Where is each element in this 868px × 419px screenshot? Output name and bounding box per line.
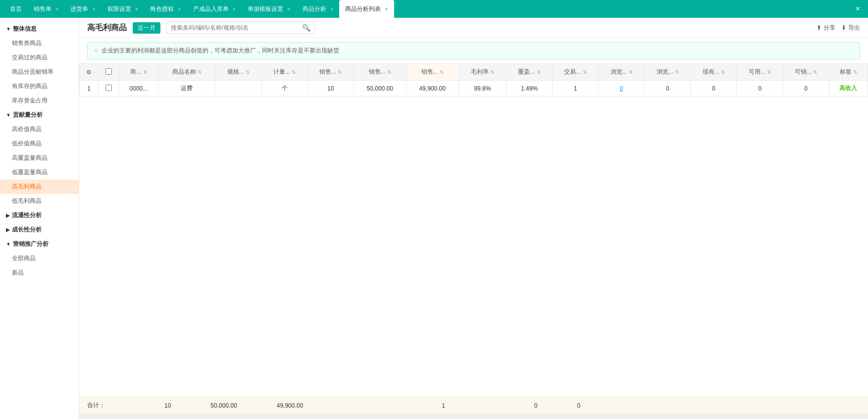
- chevron-down-icon: ▼: [6, 241, 11, 247]
- sidebar-group-contribution[interactable]: ▼ 贡献量分析: [0, 108, 79, 122]
- cell-available-stock: 0: [737, 81, 783, 96]
- row-checkbox[interactable]: [99, 81, 119, 96]
- chevron-down-icon: ▼: [6, 112, 11, 118]
- cell-saleable-stock: 0: [783, 81, 829, 96]
- close-icon[interactable]: ×: [92, 6, 95, 12]
- export-button[interactable]: ⬇ 导出: [841, 24, 860, 32]
- page-title: 高毛利商品: [87, 23, 127, 33]
- col-sku-code[interactable]: 商... ⇅: [119, 64, 158, 81]
- period-button[interactable]: 近一月: [133, 22, 160, 34]
- footer-available-stock: 0: [577, 402, 581, 409]
- sidebar-item-stocked-goods[interactable]: 有库存的商品: [0, 79, 79, 93]
- sort-icon: ⇅: [813, 69, 817, 75]
- close-icon[interactable]: ×: [233, 6, 236, 12]
- col-views1[interactable]: 浏览... ⇅: [599, 64, 645, 81]
- footer-transaction: 1: [442, 402, 445, 409]
- search-input[interactable]: [171, 24, 300, 31]
- nav-product-storage[interactable]: 产成品入库单 ×: [187, 0, 242, 18]
- col-saleable-stock[interactable]: 可销... ⇅: [783, 64, 829, 81]
- col-sales-profit[interactable]: 销售... ⇅: [406, 64, 459, 81]
- nav-permission-settings[interactable]: 权限设置 ×: [102, 0, 144, 18]
- settings-icon: ⚙: [86, 69, 92, 76]
- sort-icon: ⇅: [440, 69, 444, 75]
- horizontal-scrollbar[interactable]: [79, 414, 868, 419]
- row-num: 1: [80, 81, 99, 96]
- sidebar-group-growth[interactable]: ▶ 成长性分析: [0, 223, 79, 237]
- sort-icon: ⇅: [338, 69, 342, 75]
- cell-unit: 个: [261, 81, 307, 96]
- nav-purchase-order[interactable]: 进货单 ×: [64, 0, 101, 18]
- sort-icon: ⇅: [143, 69, 147, 75]
- sidebar-item-contribution-rate[interactable]: 商品分贡献销率: [0, 65, 79, 79]
- sidebar-group-liquidity[interactable]: ▶ 流通性分析: [0, 208, 79, 223]
- close-icon[interactable]: ×: [385, 6, 388, 12]
- sidebar-item-inventory-capital[interactable]: 库存资金占用: [0, 93, 79, 108]
- search-box[interactable]: 🔍: [166, 22, 315, 34]
- sort-icon: ⇅: [490, 69, 494, 75]
- col-unit[interactable]: 计量... ⇅: [261, 64, 307, 81]
- search-icon[interactable]: 🔍: [302, 24, 310, 32]
- sidebar-item-all-goods[interactable]: 全部商品: [0, 251, 79, 266]
- cell-sales-profit: 49,900.00: [406, 81, 459, 96]
- col-tag[interactable]: 标签 ⇅: [829, 64, 868, 81]
- sort-icon: ⇅: [387, 69, 391, 75]
- sidebar-item-high-margin[interactable]: 高毛利商品: [0, 180, 79, 194]
- col-views2[interactable]: 浏览... ⇅: [645, 64, 691, 81]
- nav-product-analysis-list[interactable]: 商品分析列表 ×: [339, 0, 394, 18]
- sidebar-item-traded-goods[interactable]: 交易过的商品: [0, 50, 79, 65]
- footer-label: 合计：: [87, 401, 105, 410]
- close-icon[interactable]: ×: [287, 6, 290, 12]
- cell-name: 运费: [158, 81, 215, 96]
- col-sales-qty[interactable]: 销售... ⇅: [307, 64, 354, 81]
- cell-views1[interactable]: 0: [599, 81, 645, 96]
- sidebar-group-overall[interactable]: ▼ 整体信息: [0, 22, 79, 36]
- sidebar-item-new-goods[interactable]: 新品: [0, 266, 79, 280]
- sort-icon: ⇅: [198, 69, 202, 75]
- nav-sales-order[interactable]: 销售单 ×: [28, 0, 64, 18]
- col-name[interactable]: 商品名称 ⇅: [158, 64, 215, 81]
- col-coverage[interactable]: 覆盖... ⇅: [506, 64, 552, 81]
- cell-spec: [215, 81, 261, 96]
- info-banner: ✧ 企业的主要的利润都是这部分商品创造的，可考虑加大推广，同时关注库存是不要出现…: [87, 42, 860, 59]
- close-icon[interactable]: ×: [330, 6, 333, 12]
- col-sales-amount[interactable]: 销售... ⇅: [354, 64, 406, 81]
- nav-role-auth[interactable]: 角色授权 ×: [144, 0, 187, 18]
- sidebar-group-marketing[interactable]: ▼ 营销推广分析: [0, 237, 79, 251]
- sidebar-item-high-coverage[interactable]: 高覆盖量商品: [0, 151, 79, 165]
- col-spec[interactable]: 规格... ⇅: [215, 64, 261, 81]
- share-button[interactable]: ⬆ 分享: [817, 24, 835, 32]
- row-select-checkbox[interactable]: [105, 85, 112, 91]
- close-icon[interactable]: ×: [135, 6, 138, 12]
- nav-template-settings[interactable]: 单据模板设置 ×: [242, 0, 296, 18]
- col-gross-margin[interactable]: 毛利率 ⇅: [459, 64, 506, 81]
- share-icon: ⬆: [817, 24, 821, 31]
- sort-icon: ⇅: [853, 69, 857, 75]
- sort-icon: ⇅: [292, 69, 296, 75]
- cell-transaction: 1: [553, 81, 599, 96]
- sidebar-item-low-margin[interactable]: 低毛利商品: [0, 194, 79, 208]
- col-current-stock[interactable]: 现有... ⇅: [691, 64, 737, 81]
- sidebar-item-sales-goods[interactable]: 销售类商品: [0, 36, 79, 50]
- nav-home[interactable]: 首页: [4, 0, 28, 18]
- col-available-stock[interactable]: 可用... ⇅: [737, 64, 783, 81]
- close-icon[interactable]: ×: [55, 6, 58, 12]
- sort-icon: ⇅: [721, 69, 725, 75]
- info-icon: ✧: [94, 47, 99, 54]
- close-icon[interactable]: ×: [178, 6, 181, 12]
- select-all-checkbox[interactable]: [105, 68, 112, 75]
- footer-current-stock: 0: [534, 402, 538, 409]
- nav-close-all-button[interactable]: ×: [852, 4, 864, 13]
- footer-sales-amount: 50,000.00: [210, 402, 237, 409]
- chevron-right-icon: ▶: [6, 227, 10, 233]
- sidebar-item-high-value[interactable]: 高价值商品: [0, 122, 79, 137]
- footer-sales-profit: 49,900.00: [277, 402, 303, 409]
- sidebar-item-low-coverage[interactable]: 低覆盖量商品: [0, 165, 79, 180]
- sidebar-item-low-value[interactable]: 低价值商品: [0, 137, 79, 151]
- cell-sales-qty: 10: [307, 81, 354, 96]
- col-checkbox[interactable]: [99, 64, 119, 81]
- content-area: 高毛利商品 近一月 🔍 ⬆ 分享 ⬇ 导出 ✧ 企业的主要的利润都是这部分商品创…: [79, 18, 868, 419]
- nav-product-analysis[interactable]: 商品分析 ×: [297, 0, 339, 18]
- sort-icon: ⇅: [675, 69, 679, 75]
- col-transaction[interactable]: 交易... ⇅: [553, 64, 599, 81]
- col-settings[interactable]: ⚙: [80, 64, 99, 81]
